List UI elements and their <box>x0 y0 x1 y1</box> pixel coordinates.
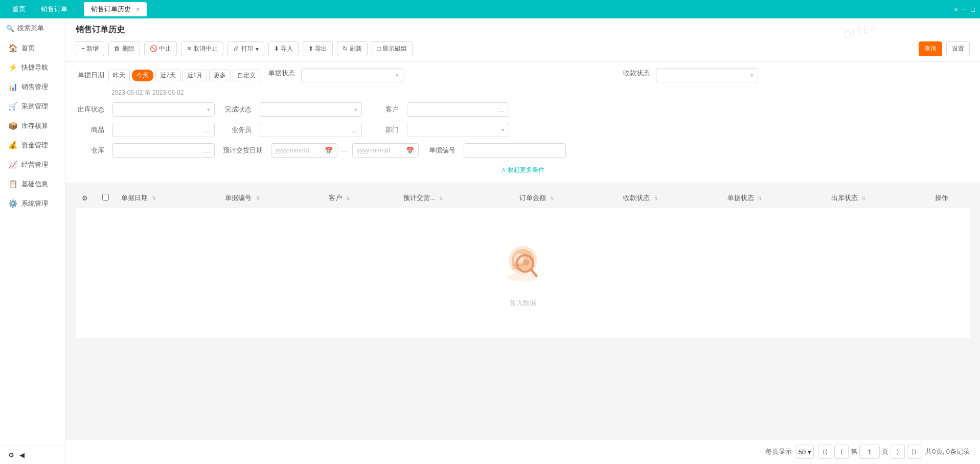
tab-sales-order-history[interactable]: 销售订单历史 × <box>84 2 146 16</box>
page-size-select[interactable]: 50 ▾ <box>796 445 814 459</box>
customer-input[interactable]: ... <box>407 102 509 117</box>
sidebar-collapse-icon[interactable]: ◀ <box>19 451 25 459</box>
date-more-btn[interactable]: 更多 <box>209 70 231 81</box>
sidebar-item-inventory[interactable]: 📦 库存核算 <box>0 116 65 136</box>
tab-sales-order[interactable]: 销售订单 × <box>34 2 83 16</box>
sidebar-item-home[interactable]: 🏠 首页 <box>0 38 65 58</box>
warehouse-dots-icon[interactable]: ... <box>204 146 210 154</box>
order-status-select[interactable]: ▾ <box>301 68 403 82</box>
date-label: 单据日期 <box>76 71 104 80</box>
complete-status-label: 完成状态 <box>223 105 252 114</box>
filter-customer: 客户 ... <box>370 102 509 117</box>
col-warehouse-status[interactable]: 出库状态 ⇅ <box>825 188 929 208</box>
system-icon: ⚙️ <box>8 199 17 208</box>
col-order-status[interactable]: 单据状态 ⇅ <box>721 188 825 208</box>
date-separator: — <box>339 147 350 154</box>
close-sales-order-history-tab[interactable]: × <box>136 6 139 12</box>
filter-order-status: 单据状态 ▾ <box>268 68 615 82</box>
department-select[interactable]: ▾ <box>407 123 509 137</box>
date-1month-btn[interactable]: 近1月 <box>183 70 208 81</box>
date-yesterday-btn[interactable]: 昨天 <box>108 70 130 81</box>
complete-status-select[interactable]: ▾ <box>260 102 362 117</box>
import-button[interactable]: ⬇ 导入 <box>268 41 299 56</box>
col-payment-status[interactable]: 收款状态 ⇅ <box>617 188 721 208</box>
sidebar-item-finance[interactable]: 💰 资金管理 <box>0 136 65 155</box>
date-7days-btn[interactable]: 近7天 <box>155 70 180 81</box>
settings-button[interactable]: 设置 <box>946 41 970 56</box>
delivery-date-to[interactable]: yyyy-mm-dd 📅 <box>352 143 419 158</box>
next-page-btn[interactable]: ⟩ <box>891 445 905 459</box>
top-bar-minimize[interactable]: ─ <box>962 6 967 13</box>
top-bar-close[interactable]: × <box>954 6 958 13</box>
stop-button[interactable]: 🚫 中止 <box>144 41 177 56</box>
export-button[interactable]: ⬆ 导出 <box>303 41 333 56</box>
sidebar-search[interactable]: 🔍 搜索菜单 <box>0 18 65 38</box>
top-bar-maximize[interactable]: □ <box>971 6 975 13</box>
sort-icon: ⇅ <box>550 195 554 201</box>
date-quick-btns: 昨天 今天 近7天 近1月 更多 自定义 <box>108 70 260 81</box>
display-cols-button[interactable]: □ 显示磁组 <box>372 41 413 56</box>
col-amount[interactable]: 订单金额 ⇅ <box>513 188 617 208</box>
sidebar-bottom: ⚙ ◀ <box>0 446 65 464</box>
query-button[interactable]: 查询 <box>919 41 942 56</box>
payment-status-label: 收款状态 <box>623 69 650 77</box>
tab-home[interactable]: 首页 <box>5 2 33 16</box>
salesperson-dots-icon[interactable]: ... <box>351 126 357 134</box>
prev-page-btn[interactable]: ⟨ <box>834 445 849 459</box>
date-custom-btn[interactable]: 自定义 <box>233 70 260 81</box>
data-table: ⚙ 单据日期 ⇅ 单据编号 ⇅ 客户 ⇅ <box>76 188 970 338</box>
svg-point-4 <box>523 259 529 266</box>
date-range-display: 2023-06-02 至 2023-06-02 <box>111 89 970 97</box>
customer-label: 客户 <box>370 105 399 114</box>
calendar-icon: 📅 <box>325 147 333 154</box>
filter-warehouse-status: 出库状态 ▾ <box>76 102 215 117</box>
col-checkbox[interactable] <box>96 188 115 208</box>
payment-status-select[interactable]: ▾ <box>656 68 758 82</box>
salesperson-input[interactable]: ... <box>260 123 362 137</box>
warehouse-label: 仓库 <box>76 146 104 155</box>
filter-area: 单据日期 昨天 今天 近7天 近1月 更多 自定义 单据状态 <box>65 62 980 183</box>
warehouse-status-select[interactable]: ▾ <box>112 102 215 117</box>
col-order-no[interactable]: 单据编号 ⇅ <box>219 188 323 208</box>
col-customer[interactable]: 客户 ⇅ <box>323 188 397 208</box>
basic-info-icon: 📋 <box>8 180 17 189</box>
page-label: 页 <box>882 447 888 456</box>
sidebar-item-basic-info[interactable]: 📋 基础信息 <box>0 174 65 194</box>
current-page-input[interactable] <box>859 445 880 459</box>
salesperson-label: 业务员 <box>223 125 252 135</box>
sidebar-item-purchase[interactable]: 🛒 采购管理 <box>0 97 65 116</box>
sidebar-item-operations[interactable]: 📈 经营管理 <box>0 155 65 174</box>
select-all-checkbox[interactable] <box>102 194 109 201</box>
print-button[interactable]: 🖨 打印 ▾ <box>227 41 264 56</box>
cancel-stop-button[interactable]: ✕ 取消中止 <box>181 41 223 56</box>
col-settings[interactable]: ⚙ <box>76 188 96 208</box>
delete-button[interactable]: 🗑 删除 <box>108 41 140 56</box>
new-button[interactable]: + 新增 <box>76 41 104 56</box>
first-page-btn[interactable]: ⟨⟨ <box>818 445 832 459</box>
warehouse-input[interactable]: ... <box>112 143 215 158</box>
goods-dots-icon[interactable]: ... <box>204 126 210 134</box>
empty-text: 暂无数据 <box>510 298 536 307</box>
goods-input[interactable]: ... <box>112 123 215 137</box>
order-no-input[interactable] <box>464 143 566 158</box>
total-info: 共0页, 0条记录 <box>925 447 970 456</box>
sidebar-item-quick-nav[interactable]: ⚡ 快捷导航 <box>0 58 65 77</box>
sidebar-item-sales[interactable]: 📊 销售管理 <box>0 77 65 97</box>
customer-dots-icon[interactable]: ... <box>498 105 505 114</box>
chevron-down-icon: ▾ <box>502 127 505 134</box>
date-today-btn[interactable]: 今天 <box>132 70 153 81</box>
order-status-label: 单据状态 <box>268 69 295 77</box>
col-delivery[interactable]: 预计交货... ⇅ <box>397 188 513 208</box>
sidebar: 🔍 搜索菜单 🏠 首页 ⚡ 快捷导航 📊 销售管理 🛒 采购管理 📦 库存核算 … <box>0 18 65 464</box>
delivery-date-from[interactable]: yyyy-mm-dd 📅 <box>271 143 337 158</box>
last-page-btn[interactable]: ⟩⟩ <box>907 445 921 459</box>
filter-row-4: 仓库 ... 预计交货日期 yyyy-mm-dd 📅 — <box>76 143 970 158</box>
sidebar-item-system[interactable]: ⚙️ 系统管理 <box>0 194 65 213</box>
sidebar-settings-icon[interactable]: ⚙ <box>8 451 14 459</box>
filter-warehouse: 仓库 ... <box>76 143 215 158</box>
refresh-button[interactable]: ↻ 刷新 <box>337 41 367 56</box>
collapse-toggle[interactable]: ∧ 收起更多条件 <box>76 164 970 176</box>
sort-icon: ⇅ <box>654 195 658 201</box>
close-sales-order-tab[interactable]: × <box>73 6 76 12</box>
col-date[interactable]: 单据日期 ⇅ <box>115 188 219 208</box>
